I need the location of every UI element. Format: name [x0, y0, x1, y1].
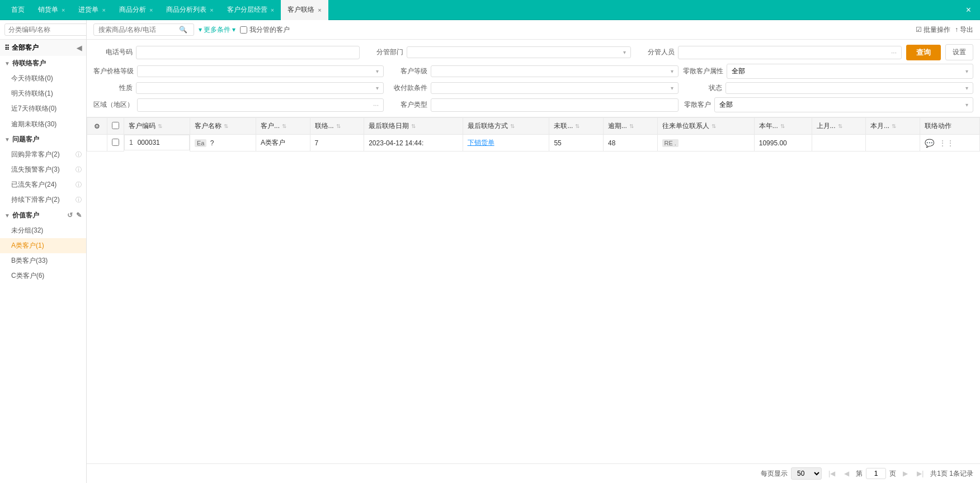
sidebar-item-class-c[interactable]: C类客户(6) [0, 268, 86, 283]
sort-icon-code[interactable]: ⇅ [158, 123, 162, 129]
close-customer-contact[interactable]: × [318, 7, 321, 13]
row-type: A类客户 [261, 139, 285, 146]
col-header-check[interactable] [107, 118, 124, 135]
total-records-label: 共1页 1条记录 [930, 469, 973, 479]
problem-group: ▼ 问题客户 回购异常客户(2) ⓘ 流失预警客户(3) ⓘ 已流失客户(24)… [0, 132, 86, 208]
sort-icon-last-method[interactable]: ⇅ [510, 123, 515, 129]
scatter-select[interactable]: 全部 ▾ [714, 97, 973, 112]
page-number-input[interactable] [866, 468, 886, 479]
dept-label: 分管部门 [364, 48, 403, 57]
filter-field-price-level: 客户价格等级 ▾ [93, 65, 384, 77]
export-button[interactable]: ↑ 导出 [955, 25, 973, 35]
advanced-filter-panel: 电话号码 分管部门 ▾ 分管人员 ··· 查询 设置 [87, 40, 980, 117]
nav-customer-contact[interactable]: 客户联络 × [281, 0, 328, 20]
price-level-select[interactable]: ▾ [137, 65, 384, 77]
sort-icon-type[interactable]: ⇅ [282, 123, 286, 129]
col-header-settings[interactable]: ⚙ [87, 118, 107, 135]
payment-select[interactable]: ▾ [431, 82, 679, 94]
sort-icon-uncontact[interactable]: ⇅ [575, 123, 579, 129]
col-header-uncontact: 未联... ⇅ [549, 118, 604, 135]
sidebar-item-7days-pending[interactable]: 近7天待联络(0) [0, 101, 86, 116]
col-header-name: 客户名称 ⇅ [190, 118, 256, 135]
col-header-last-month: 上月... ⇅ [812, 118, 866, 135]
sidebar-item-declining[interactable]: 持续下滑客户(2) ⓘ [0, 192, 86, 207]
sidebar-item-churned[interactable]: 已流失客户(24) ⓘ [0, 177, 86, 192]
phone-input[interactable] [136, 46, 360, 59]
close-purchase-order[interactable]: × [102, 7, 105, 13]
page-next-button[interactable]: ▶ [901, 468, 910, 479]
nav-product-analysis-list[interactable]: 商品分析列表 × [159, 0, 220, 20]
page-last-button[interactable]: ▶| [915, 468, 926, 479]
sidebar-item-tomorrow-pending[interactable]: 明天待联络(1) [0, 86, 86, 101]
pending-group-label[interactable]: ▼ 待联络客户 [0, 56, 86, 71]
row-last-method[interactable]: 下销货单 [468, 139, 494, 146]
action-more-icon[interactable]: ⋮⋮ [939, 139, 954, 148]
customer-type-input[interactable] [431, 98, 679, 112]
row-uncontact-cell: 55 [549, 135, 604, 151]
sort-icon-this-year[interactable]: ⇅ [780, 123, 785, 129]
per-page-select[interactable]: 50 100 200 [791, 467, 822, 480]
nav-home[interactable]: 首页 [4, 0, 31, 20]
select-all-checkbox[interactable] [112, 122, 119, 129]
nav-purchase-order[interactable]: 进货单 × [72, 0, 112, 20]
sort-icon-last-month[interactable]: ⇅ [838, 123, 842, 129]
customer-type-label: 客户类型 [388, 100, 427, 110]
sidebar-item-class-b[interactable]: B类客户(33) [0, 253, 86, 268]
scatter-attr-select[interactable]: 全部 ▾ [727, 64, 973, 79]
sidebar-item-class-a[interactable]: A类客户(1) [0, 238, 86, 253]
page-prev-button[interactable]: ◀ [842, 468, 851, 479]
status-select[interactable]: ▾ [725, 82, 973, 94]
nav-customer-segment[interactable]: 客户分层经营 × [220, 0, 281, 20]
sort-icon-overdue[interactable]: ⇅ [629, 123, 634, 129]
problem-group-label[interactable]: ▼ 问题客户 [0, 132, 86, 147]
batch-operation-button[interactable]: ☑ 批量操作 [916, 25, 950, 35]
customer-level-select[interactable]: ▾ [431, 65, 679, 77]
filter-row-4: 区域（地区） ··· 客户类型 零散客户 全部 ▾ [93, 97, 973, 112]
sidebar-item-overdue-contact[interactable]: 逾期未联络(30) [0, 117, 86, 132]
customer-level-label: 客户等级 [388, 67, 427, 76]
query-button[interactable]: 查询 [906, 45, 941, 60]
sidebar-item-today-pending[interactable]: 今天待联络(0) [0, 71, 86, 86]
more-filters-arrow: ▾ [232, 26, 235, 34]
mine-checkbox[interactable] [240, 26, 247, 34]
sidebar-collapse-button[interactable]: ◀ [77, 44, 82, 52]
page-first-button[interactable]: |◀ [826, 468, 837, 479]
sidebar-item-unclassified[interactable]: 未分组(32) [0, 223, 86, 238]
close-window-button[interactable]: × [962, 5, 976, 15]
sort-icon-contacts-person[interactable]: ⇅ [712, 123, 716, 129]
close-sales-order[interactable]: × [62, 7, 65, 13]
row-last-date: 2023-04-12 14:44: [369, 139, 423, 147]
sidebar-item-churn-warning[interactable]: 流失预警客户(3) ⓘ [0, 162, 86, 177]
nav-product-analysis[interactable]: 商品分析 × [112, 0, 159, 20]
payment-label: 收付款条件 [388, 83, 427, 93]
close-customer-segment[interactable]: × [271, 7, 274, 13]
manager-select[interactable]: ··· [678, 46, 902, 59]
close-product-analysis[interactable]: × [149, 7, 153, 13]
status-arrow-icon: ▾ [965, 85, 968, 91]
settings-gear-icon[interactable]: ⚙ [94, 122, 100, 130]
row-action-cell: 💬 ⋮⋮ [920, 135, 979, 151]
settings-button[interactable]: 设置 [945, 44, 973, 60]
sort-icon-name[interactable]: ⇅ [224, 123, 228, 129]
row-checkbox[interactable] [112, 139, 119, 146]
action-message-icon[interactable]: 💬 [925, 139, 934, 148]
sort-icon-this-month[interactable]: ⇅ [892, 123, 896, 129]
nav-sales-order[interactable]: 销货单 × [31, 0, 72, 20]
sidebar-item-repurchase-abnormal[interactable]: 回购异常客户(2) ⓘ [0, 147, 86, 162]
edit-group-icon[interactable]: ✎ [76, 211, 82, 219]
region-select[interactable]: ··· [137, 98, 384, 112]
sort-icon-contact-count[interactable]: ⇅ [336, 123, 341, 129]
info-icon-churn-warning: ⓘ [76, 165, 82, 175]
nature-select[interactable]: ▾ [136, 82, 384, 94]
sidebar-search-input[interactable] [4, 23, 87, 36]
more-filters-button[interactable]: ▾ 更多条件 ▾ [199, 25, 235, 35]
dept-select[interactable]: ▾ [407, 46, 630, 58]
close-product-analysis-list[interactable]: × [210, 7, 213, 13]
value-group-label[interactable]: ▼ 价值客户 ↺ ✎ [0, 208, 86, 223]
refresh-icon[interactable]: ↺ [67, 211, 73, 219]
filter-search-icon[interactable]: 🔍 [179, 26, 187, 34]
sort-icon-last-date[interactable]: ⇅ [411, 123, 416, 129]
filter-field-dept: 分管部门 ▾ [364, 46, 630, 58]
info-icon-churned: ⓘ [76, 180, 82, 190]
filter-search-input[interactable] [98, 26, 177, 34]
